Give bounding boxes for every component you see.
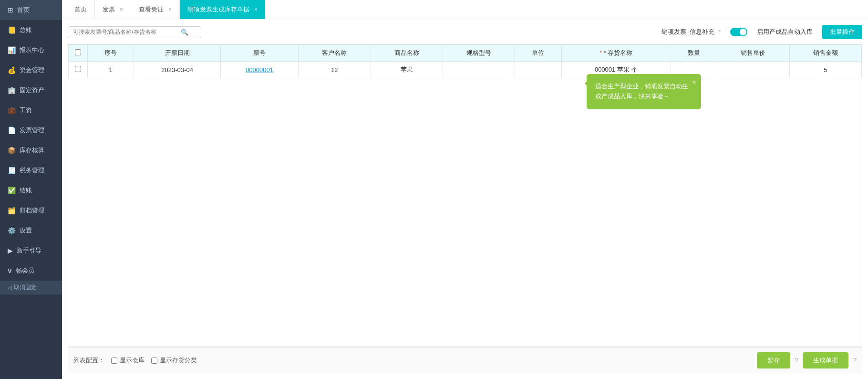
unpin-button[interactable]: ◁ 取消固定 (0, 281, 62, 295)
unpin-label: 取消固定 (14, 284, 37, 292)
sidebar-item-label: 畅会员 (16, 266, 34, 275)
home-icon: ⊞ (8, 6, 13, 14)
col-quantity: 数量 (671, 45, 717, 62)
sidebar-item-payroll[interactable]: 💼 工资 (0, 100, 62, 120)
toggle-label: 启用产成品自动入库 (757, 28, 813, 36)
tab-sales-return-label: 销项发票生成库存单据 (187, 5, 249, 14)
main-area: 首页 发票 × 查看凭证 × 销项发票生成库存单据 × 🔍 销项发票_信息补充 (62, 0, 868, 379)
row-checkbox[interactable] (75, 66, 81, 72)
tooltip-close-button[interactable]: × (692, 77, 696, 87)
funds-icon: 💰 (8, 66, 16, 74)
sidebar-item-label: 发票管理 (20, 126, 44, 135)
sidebar-item-invoice-mgmt[interactable]: 📄 发票管理 (0, 120, 62, 140)
sidebar-item-assets[interactable]: 🏢 固定资产 (0, 80, 62, 100)
save-help-icon[interactable]: ? (795, 357, 798, 364)
cell-checkbox (69, 62, 88, 78)
sidebar-item-label: 资金管理 (20, 66, 44, 74)
col-checkbox (69, 45, 88, 62)
content-area: 🔍 销项发票_信息补充 ? 启用产成品自动入库 批量操作 (62, 19, 868, 379)
sidebar-item-guide[interactable]: ▶ 新手引导 (0, 241, 62, 261)
invoice-icon: 📄 (8, 126, 16, 134)
payroll-icon: 💼 (8, 106, 16, 114)
generate-help-icon[interactable]: ? (853, 357, 857, 364)
tab-home-label: 首页 (74, 5, 87, 14)
info-help-icon[interactable]: ? (717, 29, 721, 35)
sidebar-item-settlement[interactable]: ✅ 结账 (0, 180, 62, 200)
search-icon: 🔍 (181, 29, 188, 36)
show-category-checkbox[interactable] (151, 358, 157, 364)
batch-button[interactable]: 批量操作 (822, 25, 862, 39)
list-config: 列表配置： 显示仓库 显示存货分类 (73, 356, 197, 365)
tab-invoice-label: 发票 (103, 5, 115, 14)
sidebar-item-funds[interactable]: 💰 资金管理 (0, 60, 62, 80)
sidebar-item-label: 结账 (20, 186, 32, 195)
vip-icon: V (8, 267, 12, 274)
cell-invoice-no[interactable]: 00000001 (220, 62, 298, 78)
col-unit-price: 销售单价 (717, 45, 789, 62)
sidebar-item-label: 库存核算 (20, 146, 44, 155)
guide-icon: ▶ (8, 247, 13, 254)
ledger-icon: 📒 (8, 26, 16, 34)
select-all-checkbox[interactable] (75, 49, 81, 55)
assets-icon: 🏢 (8, 86, 16, 94)
sidebar-item-label: 税务管理 (20, 166, 44, 175)
col-amount: 销售金额 (789, 45, 861, 62)
required-star: * (599, 49, 604, 56)
tab-sales-return[interactable]: 销项发票生成库存单据 × (180, 0, 266, 19)
tab-invoice[interactable]: 发票 × (95, 0, 131, 19)
tab-voucher[interactable]: 查看凭证 × (131, 0, 180, 19)
tab-home[interactable]: 首页 (67, 0, 95, 19)
sidebar-item-label: 首页 (17, 6, 30, 14)
col-invoice-no: 票号 (220, 45, 298, 62)
col-seq: 序号 (88, 45, 134, 62)
search-box[interactable]: 🔍 (68, 26, 201, 38)
sidebar-item-label: 报表中心 (20, 46, 44, 54)
sidebar-item-home[interactable]: ⊞ 首页 (0, 0, 62, 20)
table-header-row: 序号 开票日期 票号 客户名称 商品名称 规格型号 单位 * * 存货名称 数量… (69, 45, 862, 62)
tooltip-text: 适合生产型企业，销项发票自动生成产成品入库，快来体验～ (595, 83, 688, 100)
sidebar-item-settings[interactable]: ⚙️ 设置 (0, 221, 62, 241)
show-warehouse-label: 显示仓库 (120, 356, 145, 365)
cell-customer: 12 (299, 62, 371, 78)
reports-icon: 📊 (8, 46, 16, 54)
sidebar-item-inventory[interactable]: 📦 库存核算 (0, 140, 62, 160)
gear-icon: ⚙️ (8, 227, 16, 234)
sidebar-item-label: 设置 (20, 226, 32, 235)
data-table-wrap: 序号 开票日期 票号 客户名称 商品名称 规格型号 单位 * * 存货名称 数量… (68, 44, 862, 347)
toggle-switch[interactable] (730, 28, 747, 36)
show-category-label: 显示存货分类 (160, 356, 197, 365)
generate-button[interactable]: 生成单据 (803, 352, 848, 368)
inventory-icon: 📦 (8, 147, 16, 154)
col-product: 商品名称 (371, 45, 443, 62)
cell-spec (443, 62, 515, 78)
sidebar-item-ledger[interactable]: 📒 总账 (0, 20, 62, 40)
cell-product: 苹果 (371, 62, 443, 78)
tax-icon: 🧾 (8, 167, 16, 174)
info-label: 销项发票_信息补充 ? (661, 28, 721, 36)
sidebar-item-label: 归档管理 (20, 206, 44, 215)
show-warehouse-checkbox[interactable] (111, 358, 117, 364)
search-input[interactable] (73, 29, 178, 35)
cell-amount: 5 (789, 62, 861, 78)
tab-voucher-close[interactable]: × (168, 6, 172, 13)
tab-invoice-close[interactable]: × (120, 6, 123, 13)
sidebar-item-reports[interactable]: 📊 报表中心 (0, 40, 62, 60)
archive-icon: 🗂️ (8, 207, 16, 214)
sidebar-item-label: 总账 (20, 26, 32, 34)
tab-sales-return-close[interactable]: × (254, 6, 258, 13)
table-row: 1 2023-03-04 00000001 12 苹果 000001 苹果 个 … (69, 62, 862, 78)
data-table: 序号 开票日期 票号 客户名称 商品名称 规格型号 单位 * * 存货名称 数量… (68, 44, 862, 78)
col-inventory: * * 存货名称 (561, 45, 671, 62)
sidebar-item-label: 固定资产 (20, 86, 44, 95)
unpin-icon: ◁ (8, 284, 12, 291)
sidebar-item-label: 新手引导 (17, 246, 41, 255)
sidebar: ⊞ 首页 📒 总账 📊 报表中心 💰 资金管理 🏢 固定资产 💼 工资 📄 发票… (0, 0, 62, 379)
sidebar-item-tax[interactable]: 🧾 税务管理 (0, 160, 62, 180)
sidebar-item-archive[interactable]: 🗂️ 归档管理 (0, 200, 62, 221)
col-customer: 客户名称 (299, 45, 371, 62)
config-label: 列表配置： (73, 356, 104, 365)
tooltip-box: × 适合生产型企业，销项发票自动生成产成品入库，快来体验～ (587, 74, 701, 109)
toolbar-right: 销项发票_信息补充 ? 启用产成品自动入库 批量操作 (661, 25, 862, 39)
sidebar-item-vip[interactable]: V 畅会员 (0, 261, 62, 281)
save-button[interactable]: 暂存 (757, 352, 790, 368)
